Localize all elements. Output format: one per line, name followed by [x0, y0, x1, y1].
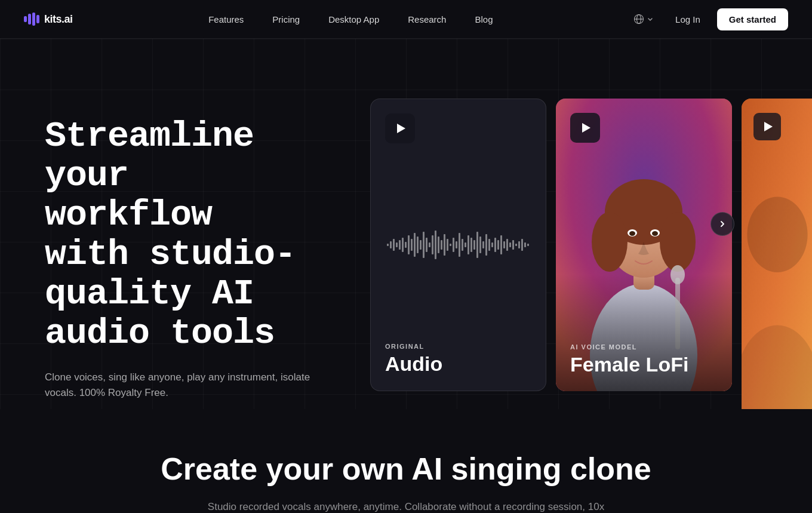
- svg-rect-20: [426, 238, 427, 252]
- play-icon: [397, 124, 405, 133]
- svg-rect-19: [423, 232, 425, 258]
- nav-blog[interactable]: Blog: [463, 10, 505, 29]
- hero-subtext: Clone voices, sing like anyone, play any…: [45, 370, 310, 400]
- nav-features[interactable]: Features: [196, 10, 256, 29]
- svg-rect-15: [411, 239, 413, 251]
- svg-rect-36: [473, 240, 475, 250]
- svg-rect-14: [408, 235, 410, 254]
- female-lofi-card-label: AI VOICE MODEL Female LoFi: [570, 343, 688, 374]
- svg-rect-26: [444, 234, 445, 256]
- svg-rect-42: [491, 242, 493, 247]
- svg-rect-54: [527, 244, 529, 246]
- audio-card-title: Audio: [385, 354, 442, 374]
- svg-rect-47: [506, 239, 508, 251]
- svg-rect-18: [420, 240, 422, 250]
- svg-rect-45: [500, 235, 502, 254]
- svg-rect-7: [387, 244, 389, 246]
- bottom-subtext: Studio recorded vocals anywhere, anytime…: [203, 499, 609, 513]
- svg-rect-25: [441, 240, 442, 250]
- female-lofi-card-type: AI VOICE MODEL: [570, 343, 688, 351]
- svg-rect-21: [429, 242, 430, 247]
- svg-rect-27: [447, 239, 448, 251]
- svg-rect-16: [414, 233, 416, 257]
- navbar: kits.ai Features Pricing Desktop App Res…: [0, 0, 812, 39]
- svg-rect-2: [32, 13, 35, 26]
- navbar-right: Log In Get started: [629, 8, 788, 30]
- svg-rect-30: [456, 241, 457, 248]
- bottom-headline: Create your own AI singing clone: [24, 451, 788, 487]
- bottom-section: Create your own AI singing clone Studio …: [0, 409, 812, 513]
- svg-rect-24: [438, 236, 439, 253]
- svg-rect-12: [402, 238, 404, 252]
- logo[interactable]: kits.ai: [24, 13, 73, 26]
- svg-rect-52: [521, 239, 523, 251]
- nav-pricing[interactable]: Pricing: [260, 10, 312, 29]
- nav-research[interactable]: Research: [396, 10, 458, 29]
- chevron-right-icon: [718, 219, 727, 229]
- svg-rect-8: [390, 241, 392, 248]
- svg-rect-37: [476, 232, 478, 258]
- login-button[interactable]: Log In: [668, 11, 708, 28]
- svg-rect-50: [515, 244, 517, 246]
- navbar-left: kits.ai: [24, 13, 73, 26]
- audio-card-type: ORIGINAL: [385, 343, 442, 350]
- svg-rect-41: [488, 239, 490, 251]
- partial-card-background: [742, 99, 812, 409]
- svg-rect-11: [399, 240, 401, 250]
- female-lofi-play-button[interactable]: [570, 113, 600, 143]
- svg-point-71: [742, 325, 812, 409]
- hero-cards: ORIGINAL Audio: [370, 99, 812, 409]
- svg-rect-40: [485, 234, 487, 256]
- nav-desktop-app[interactable]: Desktop App: [316, 10, 391, 29]
- partial-card: AI V... Po...: [742, 99, 812, 409]
- carousel-next-button[interactable]: [710, 212, 734, 236]
- svg-rect-34: [467, 235, 469, 254]
- svg-point-70: [747, 196, 807, 272]
- play-icon: [764, 122, 773, 131]
- svg-rect-22: [432, 235, 433, 254]
- svg-rect-13: [405, 242, 407, 248]
- hero-left: Streamline your workflow with studio-qua…: [0, 39, 346, 409]
- svg-rect-49: [512, 240, 514, 250]
- svg-rect-28: [450, 244, 451, 246]
- navbar-center: Features Pricing Desktop App Research Bl…: [196, 10, 505, 29]
- svg-rect-33: [465, 242, 466, 247]
- svg-rect-31: [459, 233, 460, 257]
- svg-rect-39: [482, 241, 484, 248]
- svg-rect-9: [393, 239, 395, 251]
- globe-icon: [633, 14, 644, 24]
- svg-rect-35: [470, 238, 472, 252]
- svg-rect-48: [509, 242, 511, 247]
- svg-rect-0: [24, 16, 27, 22]
- audio-card-label: ORIGINAL Audio: [385, 343, 442, 374]
- svg-rect-46: [503, 241, 505, 248]
- svg-rect-1: [28, 14, 31, 24]
- svg-rect-32: [462, 239, 463, 251]
- get-started-button[interactable]: Get started: [717, 8, 788, 30]
- svg-rect-3: [36, 15, 39, 23]
- chevron-down-icon: [647, 16, 654, 23]
- svg-rect-44: [497, 240, 499, 250]
- audio-play-button[interactable]: [385, 113, 415, 143]
- audio-card: ORIGINAL Audio: [370, 99, 546, 391]
- svg-rect-53: [524, 242, 526, 247]
- svg-rect-10: [396, 242, 398, 247]
- svg-rect-43: [494, 238, 496, 252]
- female-lofi-card: AI VOICE MODEL Female LoFi: [556, 99, 732, 391]
- play-icon: [582, 123, 590, 133]
- language-selector[interactable]: [629, 10, 659, 28]
- logo-text: kits.ai: [44, 13, 73, 26]
- waveform-visualization: [387, 227, 530, 263]
- svg-rect-38: [479, 236, 481, 253]
- hero-headline: Streamline your workflow with studio-qua…: [45, 116, 310, 353]
- female-lofi-card-title: Female LoFi: [570, 354, 688, 374]
- partial-card-play-button[interactable]: [753, 113, 781, 140]
- hero-section: Streamline your workflow with studio-qua…: [0, 39, 812, 409]
- svg-rect-29: [453, 238, 454, 252]
- svg-rect-51: [518, 241, 520, 248]
- svg-rect-23: [435, 231, 436, 259]
- kits-logo-icon: [24, 13, 41, 25]
- svg-rect-17: [417, 236, 419, 253]
